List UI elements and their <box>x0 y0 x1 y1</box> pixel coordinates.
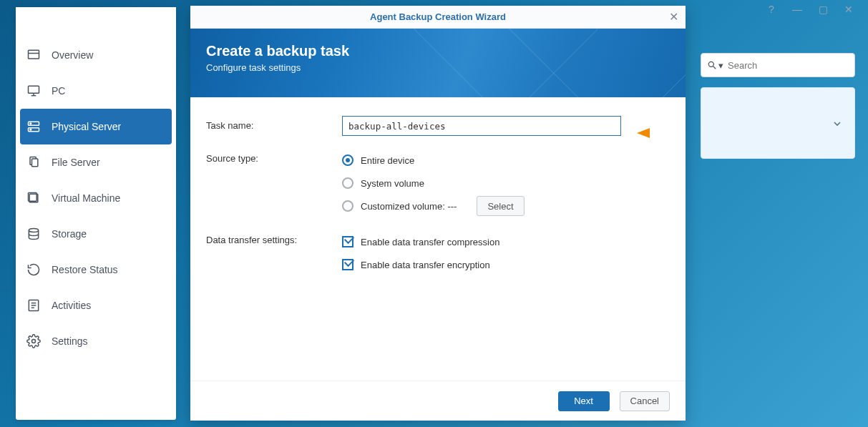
modal-hero-title: Create a backup task <box>206 43 670 59</box>
overview-icon <box>26 47 42 63</box>
sidebar-item-pc[interactable]: PC <box>16 73 176 109</box>
sidebar: Overview PC Physical Server File Server … <box>16 7 176 420</box>
modal-hero: Create a backup task Configure task sett… <box>190 29 686 97</box>
radio-label: System volume <box>361 178 424 189</box>
cancel-button[interactable]: Cancel <box>620 391 670 411</box>
modal-hero-subtitle: Configure task settings <box>206 62 670 73</box>
sidebar-item-virtual-machine[interactable]: Virtual Machine <box>16 180 176 216</box>
modal-body: Task name: Source type: Entire device Sy… <box>190 97 686 381</box>
svg-point-20 <box>32 340 36 343</box>
radio-customized-volume[interactable]: Customized volume: --- Select <box>342 195 670 217</box>
server-icon <box>26 119 42 134</box>
radio-icon <box>342 154 353 166</box>
modal-title: Agent Backup Creation Wizard <box>370 11 506 22</box>
check-compression[interactable]: Enable data transfer compression <box>342 230 670 253</box>
sidebar-item-label: File Server <box>52 157 100 168</box>
svg-rect-4 <box>29 86 39 93</box>
radio-system-volume[interactable]: System volume <box>342 172 670 195</box>
svg-point-10 <box>30 129 31 130</box>
svg-line-1 <box>713 67 716 69</box>
sidebar-item-label: PC <box>52 85 65 97</box>
pc-icon <box>26 83 42 99</box>
gear-icon <box>26 333 42 349</box>
help-icon[interactable]: ? <box>765 4 778 14</box>
restore-icon <box>26 262 42 278</box>
search-input[interactable] <box>728 60 849 71</box>
svg-point-0 <box>708 62 713 67</box>
sidebar-item-storage[interactable]: Storage <box>16 216 176 252</box>
checkbox-icon <box>342 259 353 270</box>
sidebar-item-label: Overview <box>52 49 93 61</box>
sidebar-item-file-server[interactable]: File Server <box>16 144 176 180</box>
sidebar-item-label: Restore Status <box>52 264 118 275</box>
window-controls: ? — ▢ ✕ <box>765 4 855 14</box>
activities-icon <box>26 298 42 313</box>
modal-titlebar: Agent Backup Creation Wizard ✕ <box>190 6 686 29</box>
svg-rect-2 <box>29 50 39 59</box>
search-box[interactable]: ▾ <box>701 53 855 77</box>
sidebar-item-label: Settings <box>52 335 88 347</box>
radio-label: Customized volume: --- <box>361 201 457 212</box>
task-name-label: Task name: <box>206 116 342 131</box>
check-encryption[interactable]: Enable data transfer encryption <box>342 253 670 276</box>
wizard-modal: Agent Backup Creation Wizard ✕ Create a … <box>190 6 686 421</box>
sidebar-item-label: Virtual Machine <box>52 192 120 204</box>
sidebar-item-label: Physical Server <box>52 121 121 132</box>
radio-entire-device[interactable]: Entire device <box>342 149 670 172</box>
select-volume-button[interactable]: Select <box>477 196 524 216</box>
storage-icon <box>26 226 42 242</box>
sidebar-item-physical-server[interactable]: Physical Server <box>20 109 172 144</box>
sidebar-item-activities[interactable]: Activities <box>16 288 176 323</box>
fileserver-icon <box>26 154 42 170</box>
checkbox-icon <box>342 236 353 247</box>
sidebar-item-label: Storage <box>52 228 87 240</box>
source-type-label: Source type: <box>206 149 342 164</box>
svg-point-9 <box>30 123 31 124</box>
minimize-icon[interactable]: — <box>791 4 804 14</box>
search-icon: ▾ <box>707 60 723 71</box>
checkbox-label: Enable data transfer compression <box>361 237 499 247</box>
svg-rect-12 <box>32 159 38 167</box>
task-name-input[interactable] <box>342 116 621 136</box>
radio-label: Entire device <box>361 155 414 166</box>
modal-close-icon[interactable]: ✕ <box>669 10 678 24</box>
radio-icon <box>342 200 353 212</box>
checkbox-label: Enable data transfer encryption <box>361 260 490 270</box>
sidebar-item-restore-status[interactable]: Restore Status <box>16 252 176 288</box>
chevron-down-icon <box>832 118 843 132</box>
next-button[interactable]: Next <box>558 391 610 411</box>
svg-point-15 <box>29 229 38 232</box>
right-panel: ▾ <box>701 53 855 159</box>
sidebar-item-overview[interactable]: Overview <box>16 37 176 73</box>
modal-footer: Next Cancel <box>190 381 686 421</box>
close-icon[interactable]: ✕ <box>842 4 855 14</box>
maximize-icon[interactable]: ▢ <box>816 4 829 14</box>
vm-icon <box>26 190 42 206</box>
sidebar-item-label: Activities <box>52 300 91 311</box>
sidebar-item-settings[interactable]: Settings <box>16 323 176 359</box>
radio-icon <box>342 177 353 189</box>
collapsed-card[interactable] <box>701 87 855 159</box>
data-transfer-settings-label: Data transfer settings: <box>206 230 342 245</box>
